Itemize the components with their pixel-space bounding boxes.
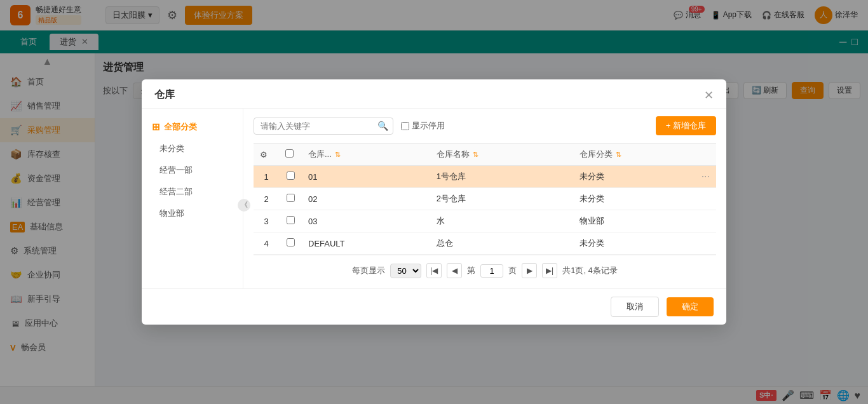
cancel-button[interactable]: 取消 <box>611 297 659 317</box>
warehouse-table: ⚙ 仓库... ⇅ 仓库名称 ⇅ <box>254 143 716 255</box>
row-category: 未分类 ··· <box>573 166 716 188</box>
show-disabled-text: 显示停用 <box>412 120 445 131</box>
th-checkbox <box>279 144 302 166</box>
th-category: 仓库分类 ⇅ <box>573 144 716 166</box>
select-all-checkbox[interactable] <box>285 149 294 158</box>
category-collapse-button[interactable]: 《 <box>238 199 250 212</box>
category-item-dept1[interactable]: 经营一部 <box>142 159 243 181</box>
table-row[interactable]: 2 02 2号仓库 未分类 <box>254 188 716 210</box>
category-all-label: 全部分类 <box>164 121 197 133</box>
th-name: 仓库名称 ⇅ <box>430 144 573 166</box>
row-checkbox-cell <box>279 166 302 188</box>
page-input[interactable] <box>480 264 503 278</box>
category-item-dept2[interactable]: 经营二部 <box>142 181 243 203</box>
table-row[interactable]: 4 DEFAULT 总仓 未分类 <box>254 232 716 255</box>
show-disabled-label[interactable]: 显示停用 <box>401 120 445 131</box>
row-num: 3 <box>254 210 279 232</box>
row-code: DEFAULT <box>302 232 430 255</box>
show-disabled-checkbox[interactable] <box>401 122 409 130</box>
grid-icon: ⊞ <box>152 121 160 133</box>
row-num: 4 <box>254 232 279 255</box>
page-last-button[interactable]: ▶| <box>542 263 557 278</box>
th-code: 仓库... ⇅ <box>302 144 430 166</box>
modal-footer: 取消 确定 <box>142 288 726 325</box>
category-item-unclassified[interactable]: 未分类 <box>142 138 243 159</box>
page-first-button[interactable]: |◀ <box>426 263 442 278</box>
row-name: 2号仓库 <box>430 188 573 210</box>
row-more-icon[interactable]: ··· <box>702 171 710 182</box>
add-warehouse-button[interactable]: + 新增仓库 <box>656 116 716 135</box>
row-name: 1号仓库 <box>430 166 573 188</box>
row-checkbox[interactable] <box>287 194 295 202</box>
modal-title: 仓库 <box>154 88 175 102</box>
table-container: ⚙ 仓库... ⇅ 仓库名称 ⇅ <box>254 143 716 255</box>
row-name: 水 <box>430 210 573 232</box>
modal-header: 仓库 ✕ <box>142 79 726 109</box>
search-input-wrap: 🔍 <box>254 118 393 135</box>
row-checkbox[interactable] <box>287 172 295 180</box>
category-item-property[interactable]: 物业部 <box>142 203 243 224</box>
page-label: 第 <box>467 265 475 276</box>
row-num: 2 <box>254 188 279 210</box>
confirm-button[interactable]: 确定 <box>667 297 714 316</box>
sort-icon-category: ⇅ <box>616 151 621 158</box>
row-name: 总仓 <box>430 232 573 255</box>
sort-icon-code: ⇅ <box>335 151 341 158</box>
modal-overlay: 仓库 ✕ ⊞ 全部分类 未分类 经营一部 经营二部 物业部 《 <box>0 0 868 404</box>
total-label: 共1页, 4条记录 <box>562 265 618 276</box>
row-checkbox-cell <box>279 232 302 255</box>
page-prev-button[interactable]: ◀ <box>447 263 462 278</box>
row-code: 03 <box>302 210 430 232</box>
th-settings: ⚙ <box>254 144 279 166</box>
pagination: 每页显示 50 |◀ ◀ 第 页 ▶ ▶| 共1页, 4条记录 <box>254 255 716 281</box>
modal-close-button[interactable]: ✕ <box>704 90 714 101</box>
modal-body: ⊞ 全部分类 未分类 经营一部 经营二部 物业部 《 🔍 <box>142 109 726 288</box>
table-header-row: ⚙ 仓库... ⇅ 仓库名称 ⇅ <box>254 144 716 166</box>
search-icon[interactable]: 🔍 <box>377 121 388 131</box>
per-page-label: 每页显示 <box>352 265 385 276</box>
search-row: 🔍 显示停用 + 新增仓库 <box>254 116 716 135</box>
page-unit: 页 <box>508 265 517 276</box>
row-category: 物业部 <box>573 210 716 232</box>
page-size-select[interactable]: 50 <box>390 264 421 278</box>
table-row[interactable]: 1 01 1号仓库 未分类 ··· <box>254 166 716 188</box>
warehouse-modal: 仓库 ✕ ⊞ 全部分类 未分类 经营一部 经营二部 物业部 《 <box>142 79 726 325</box>
modal-content: 🔍 显示停用 + 新增仓库 ⚙ <box>243 109 726 288</box>
table-row[interactable]: 3 03 水 物业部 <box>254 210 716 232</box>
search-input[interactable] <box>254 118 393 135</box>
sort-icon-name: ⇅ <box>473 151 478 158</box>
row-checkbox-cell <box>279 210 302 232</box>
page-next-button[interactable]: ▶ <box>522 263 537 278</box>
row-category: 未分类 <box>573 232 716 255</box>
row-checkbox[interactable] <box>287 216 295 224</box>
row-category: 未分类 <box>573 188 716 210</box>
row-code: 01 <box>302 166 430 188</box>
row-checkbox[interactable] <box>287 238 295 246</box>
category-all[interactable]: ⊞ 全部分类 <box>142 116 243 138</box>
row-checkbox-cell <box>279 188 302 210</box>
row-code: 02 <box>302 188 430 210</box>
category-sidebar: ⊞ 全部分类 未分类 经营一部 经营二部 物业部 《 <box>142 109 243 288</box>
row-num: 1 <box>254 166 279 188</box>
